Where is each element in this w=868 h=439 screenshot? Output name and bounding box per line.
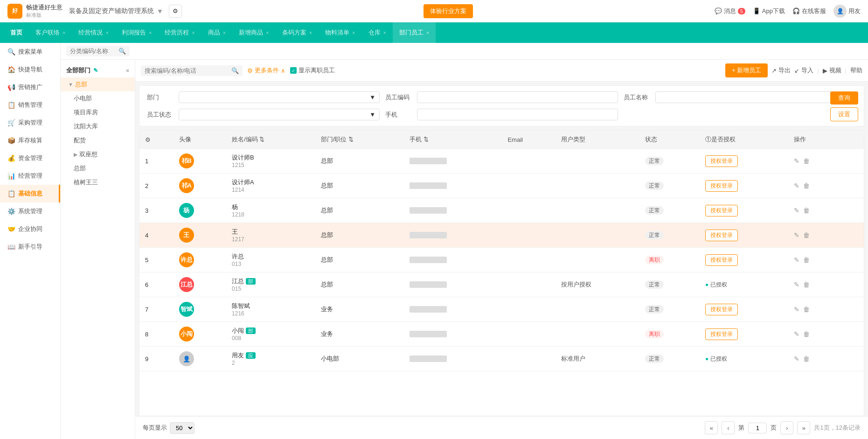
tab-close-icon[interactable]: × [192,30,194,35]
first-page-button[interactable]: « [705,421,718,434]
edit-icon[interactable]: ✎ [794,306,799,313]
classify-search-input[interactable] [70,48,117,55]
settings-icon-wrap[interactable]: ⚙ [169,5,182,18]
tab-close-icon[interactable]: × [266,30,269,35]
tab-close-icon[interactable]: × [62,30,65,35]
search-input[interactable] [145,67,229,74]
filter-empstatus-select[interactable]: ▼ [179,109,380,120]
edit-icon[interactable]: ✎ [794,157,799,165]
delete-icon[interactable]: 🗑 [803,231,810,239]
dept-node-zhishuwangsan[interactable]: 植树王三 [61,175,135,189]
edit-icon[interactable]: ✎ [794,355,799,362]
sidebar-item-inventory[interactable]: 📦库存核算 [0,132,60,149]
sidebar-item-marketing[interactable]: 📢营销推广 [0,78,60,96]
dropdown-arrow-icon[interactable]: ▼ [157,7,163,15]
dept-node-peihuo[interactable]: 配货 [61,133,135,147]
dept-node-shuangzuoxiang[interactable]: ▶双座想 [61,147,135,161]
more-filter-button[interactable]: ⚙ 更多条件 ∧ [247,66,285,75]
auth-button[interactable]: 授权登录 [705,254,738,266]
sidebar-item-operation[interactable]: 📊经营管理 [0,167,60,185]
nav-tab-部门员工[interactable]: 部门员工× [393,22,436,43]
delete-icon[interactable]: 🗑 [803,281,810,288]
tab-close-icon[interactable]: × [309,30,312,35]
sidebar-item-collab[interactable]: 🤝企业协同 [0,220,60,238]
sidebar-item-search[interactable]: 🔍搜索菜单 [0,43,60,61]
online-service-item[interactable]: 🎧 在线客服 [792,7,826,15]
page-input[interactable] [748,423,767,433]
delete-icon[interactable]: 🗑 [803,157,810,165]
delete-icon[interactable]: 🗑 [803,256,810,264]
delete-icon[interactable]: 🗑 [803,330,810,338]
query-button[interactable]: 查询 [830,91,858,105]
user-avatar[interactable]: 👤 用友 [833,5,861,18]
edit-icon[interactable]: ✎ [794,256,799,264]
col-name[interactable]: 姓名/编码 ⇅ [226,131,315,149]
add-employee-button[interactable]: + 新增员工 [725,63,768,77]
dept-node-zongbu[interactable]: ▼总部 [61,77,135,91]
delete-icon[interactable]: 🗑 [803,207,810,214]
show-resign-checkbox[interactable]: ✓ 显示离职员工 [290,66,335,75]
auth-button[interactable]: 授权登录 [705,304,738,315]
help-button[interactable]: 帮助 [850,66,862,75]
filter-empname-input[interactable] [655,91,856,103]
auth-button[interactable]: 授权登录 [705,205,738,216]
nav-tab-仓库[interactable]: 仓库× [362,22,393,43]
filter-empcode-input[interactable] [417,91,618,103]
nav-tab-商品[interactable]: 商品× [201,22,232,43]
last-page-button[interactable]: » [797,421,810,434]
dept-node-zongbu2[interactable]: 总部 [61,161,135,175]
delete-icon[interactable]: 🗑 [803,182,810,189]
nav-tab-条码方案[interactable]: 条码方案× [276,22,319,43]
nav-tab-经营情况[interactable]: 经营情况× [72,22,115,43]
nav-tab-利润报告[interactable]: 利润报告× [115,22,158,43]
delete-icon[interactable]: 🗑 [803,355,810,362]
col-dept[interactable]: 部门/职位 ⇅ [315,131,404,149]
filter-dept-select[interactable]: ▼ [179,91,380,103]
edit-icon[interactable]: ✎ [794,182,799,189]
sidebar-item-finance[interactable]: 💰资金管理 [0,149,60,167]
filter-phone-input[interactable] [417,109,618,120]
dept-node-shenyangdaku[interactable]: 沈阳大库 [61,119,135,133]
nav-tab-新增商品[interactable]: 新增商品× [232,22,275,43]
tab-close-icon[interactable]: × [383,30,386,35]
auth-button[interactable]: 授权登录 [705,155,738,167]
prev-page-button[interactable]: ‹ [722,421,735,434]
view-button[interactable]: ▶ 视频 [823,66,841,75]
sidebar-item-quicknav[interactable]: 🏠快捷导航 [0,61,60,78]
nav-tab-客户联络[interactable]: 客户联络× [29,22,72,43]
message-item[interactable]: 💬 消息 5 [715,7,745,15]
dept-edit-icon[interactable]: ✎ [93,67,98,74]
delete-icon[interactable]: 🗑 [803,306,810,313]
export-button[interactable]: ↗ 导出 [771,66,791,75]
edit-icon[interactable]: ✎ [794,330,799,338]
sidebar-item-system[interactable]: ⚙️系统管理 [0,202,60,220]
tab-close-icon[interactable]: × [352,30,355,35]
tab-close-icon[interactable]: × [426,30,429,35]
dept-node-xiaodianbu[interactable]: 小电部 [61,91,135,105]
tab-close-icon[interactable]: × [105,30,108,35]
tab-close-icon[interactable]: × [149,30,152,35]
edit-icon[interactable]: ✎ [794,281,799,288]
sidebar-item-basic[interactable]: 📋基础信息 [0,185,60,202]
nav-tab-物料清单[interactable]: 物料清单× [319,22,361,43]
import-button[interactable]: ↙ 导入 [794,66,813,75]
sidebar-item-guide[interactable]: 📖新手引导 [0,238,60,256]
dept-node-xiangmukufang[interactable]: 项目库房 [61,105,135,119]
edit-icon[interactable]: ✎ [794,207,799,214]
auth-button[interactable]: 授权登录 [705,328,738,340]
nav-tab-经营历程[interactable]: 经营历程× [158,22,201,43]
sidebar-item-sales[interactable]: 📋销售管理 [0,96,60,114]
col-phone[interactable]: 手机 ⇅ [404,131,502,149]
edit-icon[interactable]: ✎ [794,231,799,239]
auth-button[interactable]: 授权登录 [705,230,738,241]
sidebar-item-purchase[interactable]: 🛒采购管理 [0,114,60,132]
trial-button[interactable]: 体验行业方案 [424,4,473,18]
nav-tab-首页[interactable]: 首页 [4,22,29,43]
auth-button[interactable]: 授权登录 [705,180,738,192]
set-button[interactable]: 设置 [830,107,858,121]
dept-collapse-icon[interactable]: « [126,67,129,74]
per-page-select[interactable]: 50 [170,422,194,434]
app-download-item[interactable]: 📱 App下载 [753,7,785,15]
tab-close-icon[interactable]: × [223,30,226,35]
next-page-button[interactable]: › [780,421,793,434]
